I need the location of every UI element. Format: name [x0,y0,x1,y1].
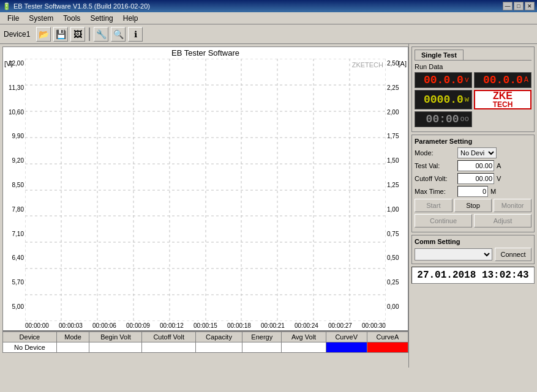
title-bar: 🔋 EB Tester Software V1.8.5 (Build 2016-… [0,0,537,12]
row-begin-volt [89,342,142,353]
close-button[interactable]: ✕ [525,2,535,10]
row-avg-volt [282,342,326,353]
param-section-title: Parameter Setting [415,138,531,145]
voltage-unit: v [465,76,469,84]
x-axis: 00:00:00 00:00:03 00:00:06 00:00:09 00:0… [3,321,408,330]
table-row: No Device [3,342,408,353]
col-mode: Mode [56,332,89,342]
maximize-button[interactable]: □ [514,2,524,10]
voltage-display: 00.0.0 v [415,72,472,88]
y-axis-left-label: [V] [4,60,12,67]
parameter-section: Parameter Setting Mode: No Devi Test Val… [411,135,535,232]
current-value: 00.0.0 [483,74,523,86]
row-curvev [326,342,367,353]
misc-value: 00:00 [426,113,459,125]
zke-logo: ZKE TECH [474,90,531,109]
y-axis-right-label: [A] [399,60,407,67]
comm-section: Comm Setting Connect [411,235,535,264]
max-time-input[interactable] [457,186,488,197]
tab-single-test[interactable]: Single Test [415,50,464,60]
right-panel: Single Test Run Data 00.0.0 v 00.0.0 A 0… [408,44,537,368]
watt-display: 0000.0 w [415,90,472,109]
cutoff-volt-input[interactable] [457,173,494,184]
mode-row: Mode: No Devi [415,147,531,158]
misc-display: 00:00 oo [415,111,472,127]
chart-grid: ZKETECH [25,59,386,321]
menu-help[interactable]: Help [118,13,143,24]
search-button[interactable]: 🔍 [111,27,126,42]
start-button[interactable]: Start [415,199,453,212]
watt-value: 0000.0 [424,94,464,106]
device-label: Device1 [4,30,30,39]
chart-section: EB Tester Software [V] [A] 12,00 11,30 1… [2,46,408,368]
y-axis-left: 12,00 11,30 10,60 9,90 9,20 8,50 7,80 7,… [3,59,25,321]
adjust-button[interactable]: Adjust [474,214,531,227]
max-time-label: Max Time: [415,188,456,195]
single-test-section: Single Test Run Data 00.0.0 v 00.0.0 A 0… [411,46,535,132]
open-button[interactable]: 📂 [36,27,51,42]
mode-label: Mode: [415,149,456,157]
test-val-unit: A [497,162,501,169]
misc-unit: oo [460,115,469,124]
col-device: Device [3,332,57,342]
monitor-button[interactable]: Monitor [494,199,531,212]
title-text: 🔋 EB Tester Software V1.8.5 (Build 2016-… [2,2,150,10]
results-table: Device Mode Begin Volt Cutoff Volt Capac… [2,331,408,353]
comm-port-select[interactable] [415,248,492,261]
row-mode [56,342,89,353]
comm-row: Connect [415,248,531,261]
test-val-input[interactable] [457,160,494,171]
row-energy [242,342,282,353]
mode-select[interactable]: No Devi [457,147,497,158]
action-buttons-row2: Continue Adjust [415,214,531,227]
record-button[interactable]: 🖼 [70,27,85,42]
grid-canvas [25,59,386,321]
watt-unit: w [465,95,469,104]
action-buttons-row1: Start Stop Monitor [415,199,531,212]
x-axis-labels: 00:00:00 00:00:03 00:00:06 00:00:09 00:0… [25,321,386,330]
connect-button[interactable]: Connect [495,248,531,261]
current-unit: A [524,76,528,84]
cutoff-volt-unit: V [497,175,501,182]
minimize-button[interactable]: — [503,2,513,10]
menu-file[interactable]: File [2,13,24,24]
info-button[interactable]: ℹ [128,27,143,42]
max-time-unit: M [490,188,496,195]
row-device: No Device [3,342,57,353]
stop-button[interactable]: Stop [454,199,492,212]
toolbar-separator [89,28,90,41]
chart-title: EB Tester Software [3,47,408,59]
settings-button[interactable]: 🔧 [94,27,108,42]
col-capacity: Capacity [195,332,242,342]
current-display: 00.0.0 A [474,72,531,88]
toolbar: Device1 📂 💾 🖼 🔧 🔍 ℹ [0,24,537,44]
menu-setting[interactable]: Setting [85,13,118,24]
data-table-area: Device Mode Begin Volt Cutoff Volt Capac… [2,331,408,368]
cutoff-volt-row: Cutoff Volt: V [415,173,531,184]
voltage-value: 00.0.0 [424,74,464,86]
col-curvev: CurveV [326,332,367,342]
col-begin-volt: Begin Volt [89,332,142,342]
col-avg-volt: Avg Volt [282,332,326,342]
row-curvea [367,342,408,353]
test-val-label: Test Val: [415,162,456,169]
window-controls: — □ ✕ [503,2,535,10]
col-energy: Energy [242,332,282,342]
watermark: ZKETECH [352,61,383,68]
save-button[interactable]: 💾 [53,27,68,42]
menu-bar: File System Tools Setting Help [0,12,537,24]
chart-body: [V] [A] 12,00 11,30 10,60 9,90 9,20 8,50… [3,59,408,321]
menu-tools[interactable]: Tools [58,13,85,24]
zke-text2: TECH [493,101,513,108]
cutoff-volt-label: Cutoff Volt: [415,175,456,182]
main-layout: EB Tester Software [V] [A] 12,00 11,30 1… [0,44,537,368]
run-data-label: Run Data [415,63,531,70]
tab-bar: Single Test [415,50,531,61]
datetime-display: 27.01.2018 13:02:43 [411,267,535,284]
menu-system[interactable]: System [24,13,58,24]
continue-button[interactable]: Continue [415,214,472,227]
run-data-displays: 00.0.0 v 00.0.0 A 0000.0 w ZKE TECH [415,72,531,127]
row-cutoff-volt [142,342,196,353]
max-time-row: Max Time: M [415,186,531,197]
row-capacity [195,342,242,353]
